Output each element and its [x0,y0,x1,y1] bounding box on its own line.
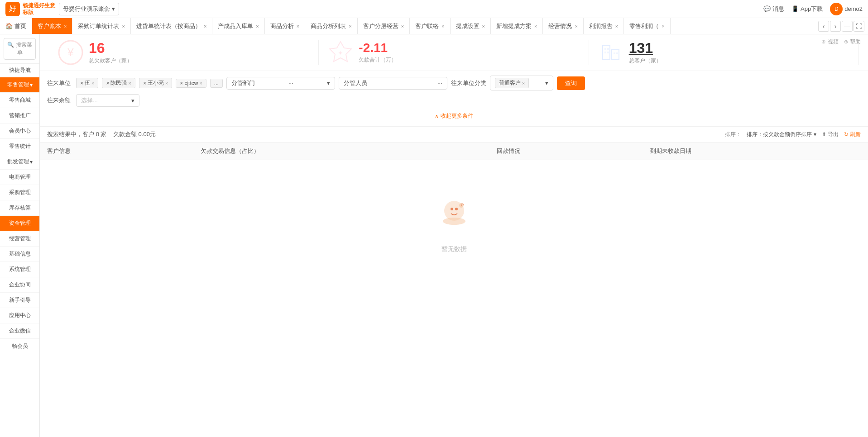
help-link[interactable]: ⊙ 帮助 [844,38,861,46]
search-result-bar: 搜索结果中，客户 0 家 欠款金额 0.00元 排序： 排序：按欠款金额倒序排序… [40,127,868,142]
sidebar-item-purchase-mgmt[interactable]: 采购管理 [0,185,39,200]
remove-tag-3[interactable]: × [165,81,168,86]
video-link[interactable]: ⊙ 视频 [821,38,838,46]
category-selector[interactable]: 普通客户 × ▾ [490,76,553,90]
company-tag-1[interactable]: × 伍 × [76,78,98,88]
store-selector[interactable]: 母婴行业演示账套 ▾ [59,3,119,15]
sidebar-item-retail-mgmt[interactable]: 零售管理 ▾ [0,77,39,93]
refresh-icon: ↻ [844,131,849,138]
tab-home[interactable]: 🏠 首页 [0,18,32,34]
chevron-down-icon: ▾ [112,5,115,12]
sidebar-item-system-mgmt[interactable]: 系统管理 [0,262,39,277]
tab-scroll-left[interactable]: ‹ [818,21,829,32]
company-tag-4[interactable]: × cjttcw × [176,79,206,88]
tab-production-in[interactable]: 产成品入库单 × [212,18,264,34]
close-icon[interactable]: × [349,24,351,29]
close-icon[interactable]: × [482,24,485,29]
sidebar-item-ecommerce[interactable]: 电商管理 [0,170,39,185]
close-icon[interactable]: × [256,24,259,29]
sidebar-item-operation-mgmt[interactable]: 经营管理 [0,231,39,247]
data-table: 客户信息 欠款交易信息（占比） 回款情况 到期未收款日期 [40,142,868,160]
chevron-icon: ▾ [30,159,33,165]
sort-selector[interactable]: 排序：按欠款金额倒序排序 ▾ [747,131,816,138]
user-menu[interactable]: D demo2 [830,3,863,15]
message-button[interactable]: 💬 消息 [763,5,784,13]
close-icon[interactable]: × [64,24,67,29]
svg-point-13 [451,208,453,210]
sidebar-item-retail-mall[interactable]: 零售商城 [0,93,39,108]
message-icon: 💬 [763,5,771,12]
sidebar-item-capital-mgmt[interactable]: 资金管理 [0,216,39,231]
main-layout: 🔍 搜索菜单 快捷导航 零售管理 ▾ 零售商城 营销推广 会员中心 零售统计 批… [0,34,868,437]
tab-minimize[interactable]: — [842,21,853,32]
sidebar-item-inventory[interactable]: 库存核算 [0,200,39,216]
tab-goods-analysis-list[interactable]: 商品分析列表 × [305,18,357,34]
filter-area: 往来单位 × 伍 × × 陈民强 × × 王小亮 × × [40,71,868,127]
nav-tabs: 🏠 首页 客户账本 × 采购订单统计表 × 进货单统计表（按商品） × 产成品入… [0,18,868,34]
close-icon[interactable]: × [575,24,577,29]
tab-retail-profit[interactable]: 零售利润（ × [624,18,670,34]
tab-customer-contact[interactable]: 客户联络 × [410,18,450,34]
company-tag-more[interactable]: ... [210,79,223,88]
tab-goods-analysis[interactable]: 商品分析 × [265,18,305,34]
sidebar-item-basic-info[interactable]: 基础信息 [0,247,39,262]
sidebar-item-enterprise-coop[interactable]: 企业协同 [0,277,39,293]
sidebar-item-wholesale-mgmt[interactable]: 批发管理 ▾ [0,154,39,170]
tab-purchase-stats[interactable]: 进货单统计表（按商品） × [131,18,212,34]
app-download-button[interactable]: 📱 App下载 [791,5,823,13]
company-tag-3[interactable]: × 王小亮 × [139,78,172,88]
tab-accounts[interactable]: 客户账本 × [32,18,72,34]
tab-new-proposal[interactable]: 新增提成方案 × [491,18,543,34]
tab-customer-segment[interactable]: 客户分层经营 × [358,18,410,34]
tab-scroll-right[interactable]: › [830,21,841,32]
svg-rect-9 [614,52,615,54]
sidebar-item-marketing[interactable]: 营销推广 [0,108,39,124]
person-selector[interactable]: 分管人员 ··· [339,77,447,90]
remove-tag-1[interactable]: × [91,81,94,86]
remove-category-tag[interactable]: × [522,81,525,86]
remove-tag-2[interactable]: × [128,81,131,86]
tab-proposal-settings[interactable]: 提成设置 × [451,18,491,34]
dept-selector[interactable]: 分管部门 ··· ▾ [226,77,335,90]
tab-maximize[interactable]: ⛶ [854,21,864,32]
sidebar-item-vip-member[interactable]: 畅会员 [0,339,39,354]
close-icon[interactable]: × [297,24,299,29]
stat-label-2: 欠款合计（万） [359,56,397,64]
header-right: 💬 消息 📱 App下载 D demo2 [763,3,863,15]
collapse-button[interactable]: ∧ 收起更多条件 [435,112,473,120]
person-more-icon: ··· [437,80,442,86]
stat-info-2: -2.11 欠款合计（万） [359,42,397,64]
close-icon[interactable]: × [534,24,537,29]
export-button[interactable]: ⬆ 导出 [822,131,839,138]
category-tag[interactable]: 普通客户 × [495,78,529,88]
sidebar-item-member-center[interactable]: 会员中心 [0,124,39,139]
refresh-button[interactable]: ↻ 刷新 [844,131,861,138]
sidebar-item-enterprise-wechat[interactable]: 企业微信 [0,323,39,339]
stat-value-2: -2.11 [359,42,397,54]
sidebar-item-newbie-guide[interactable]: 新手引导 [0,293,39,308]
chevron-icon: ▾ [30,82,33,88]
sidebar: 🔍 搜索菜单 快捷导航 零售管理 ▾ 零售商城 营销推广 会员中心 零售统计 批… [0,34,40,437]
close-icon[interactable]: × [662,24,664,29]
stat-total-arrears-customers: ¥ 16 总欠款客户（家） [49,40,319,65]
company-tag-2[interactable]: × 陈民强 × [102,78,135,88]
close-icon[interactable]: × [615,24,618,29]
svg-rect-5 [604,48,606,50]
query-button[interactable]: 查询 [557,76,585,90]
tab-profit-report[interactable]: 利润报告 × [584,18,624,34]
close-icon[interactable]: × [441,24,444,29]
balance-selector[interactable]: 选择... ▾ [76,94,139,107]
tab-operation-status[interactable]: 经营情况 × [543,18,583,34]
close-icon[interactable]: × [401,24,404,29]
empty-state: 暂无数据 [40,160,868,290]
close-icon[interactable]: × [204,24,206,29]
search-menu-button[interactable]: 🔍 搜索菜单 [4,38,36,60]
svg-point-14 [455,208,458,210]
top-header: 好 畅捷通好生意 标版 母婴行业演示账套 ▾ 💬 消息 📱 App下载 D de… [0,0,868,18]
sidebar-item-retail-stats[interactable]: 零售统计 [0,139,39,154]
sidebar-quick-nav[interactable]: 快捷导航 [0,64,39,77]
sidebar-item-app-center[interactable]: 应用中心 [0,308,39,323]
remove-tag-4[interactable]: × [199,81,202,86]
tab-purchase-order[interactable]: 采购订单统计表 × [72,18,130,34]
close-icon[interactable]: × [122,24,125,29]
